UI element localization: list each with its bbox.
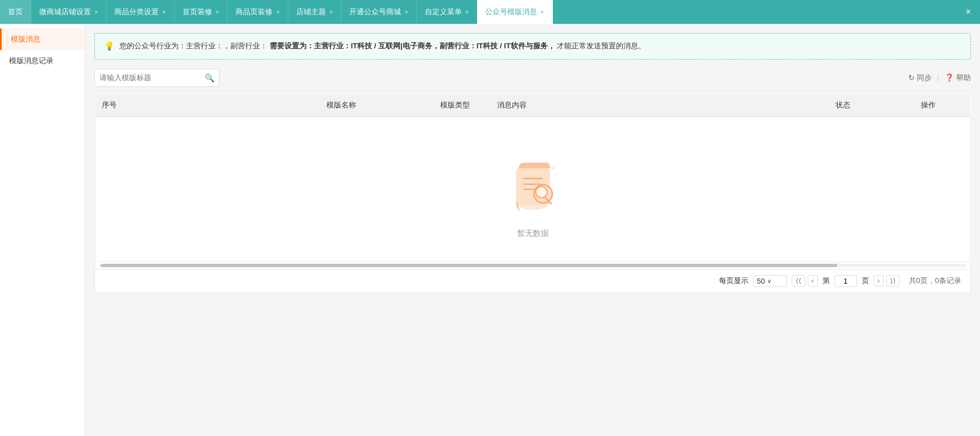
total-info: 共0页，0条记录 [909, 276, 961, 286]
page-size-select[interactable]: 50 ∨ [753, 275, 787, 287]
scroll-thumb[interactable] [101, 264, 837, 267]
search-input-wrap[interactable]: 🔍 [94, 69, 220, 87]
page-size-label: 每页显示 [719, 276, 749, 286]
close-product-decor[interactable]: × [276, 9, 279, 15]
sidebar: 模版消息 模版消息记录 [0, 24, 85, 436]
help-label: 帮助 [956, 73, 971, 83]
nav-store-theme-label: 店铺主题 [296, 7, 326, 17]
table-header: 序号 模版名称 模版类型 消息内容 状态 操作 [95, 94, 971, 116]
col-action: 操作 [914, 94, 971, 116]
toolbar-divider: | [937, 73, 939, 82]
close-category[interactable]: × [162, 9, 166, 15]
close-home-decor[interactable]: × [216, 9, 219, 15]
nav-store-settings-label: 微商城店铺设置 [39, 7, 91, 17]
sync-icon: ↻ [908, 73, 915, 82]
notice-icon: 💡 [104, 41, 115, 51]
nav-product-decor-label: 商品页装修 [235, 7, 272, 17]
page-size-value: 50 [757, 277, 765, 285]
nav-home[interactable]: 首页 [0, 0, 31, 24]
nav-store-theme[interactable]: 店铺主题 × [288, 0, 341, 24]
nav-home-label: 首页 [8, 7, 23, 17]
close-open-mall[interactable]: × [404, 9, 408, 15]
page-label-pre: 第 [822, 276, 830, 286]
empty-illustration [499, 151, 567, 219]
nav-category-label: 商品分类设置 [114, 7, 159, 17]
page-label-post: 页 [862, 276, 869, 286]
scroll-track[interactable] [100, 264, 966, 267]
svg-point-9 [547, 162, 550, 165]
close-all-button[interactable]: × [957, 7, 980, 17]
close-store-theme[interactable]: × [329, 9, 333, 15]
search-icon[interactable]: 🔍 [205, 73, 214, 82]
nav-product-decor[interactable]: 商品页装修 × [228, 0, 288, 24]
nav-template-msg[interactable]: 公众号模版消息 × [477, 0, 552, 24]
empty-svg-icon [499, 151, 567, 219]
empty-state: 暂无数据 [95, 117, 970, 262]
notice-text: 您的公众号行业为：主营行业：，副营行业： 需要设置为：主营行业：IT科技 / 互… [119, 40, 646, 52]
empty-text: 暂无数据 [517, 229, 549, 239]
svg-point-8 [555, 173, 557, 175]
close-custom-menu[interactable]: × [465, 9, 469, 15]
col-content: 消息内容 [490, 94, 829, 116]
nav-home-decor[interactable]: 首页装修 × [175, 0, 228, 24]
table-body: 暂无数据 [95, 116, 971, 262]
sync-button[interactable]: ↻ 同步 [908, 73, 932, 83]
notice-banner: 💡 您的公众号行业为：主营行业：，副营行业： 需要设置为：主营行业：IT科技 /… [94, 33, 971, 60]
nav-category-settings[interactable]: 商品分类设置 × [106, 0, 174, 24]
svg-point-5 [536, 186, 547, 198]
close-store-settings[interactable]: × [94, 9, 98, 15]
main-layout: 模版消息 模版消息记录 💡 您的公众号行业为：主营行业：，副营行业： 需要设置为… [0, 24, 980, 436]
prev-page-button[interactable]: ‹ [808, 275, 818, 286]
nav-custom-menu[interactable]: 自定义菜单 × [417, 0, 477, 24]
nav-custom-menu-label: 自定义菜单 [425, 7, 462, 17]
current-page-input[interactable] [834, 275, 857, 287]
toolbar-right: ↻ 同步 | ❓ 帮助 [908, 73, 971, 83]
horizontal-scrollbar[interactable] [94, 263, 971, 269]
nav-home-decor-label: 首页装修 [183, 7, 212, 17]
nav-store-settings[interactable]: 微商城店铺设置 × [31, 0, 106, 24]
content-area: 💡 您的公众号行业为：主营行业：，副营行业： 需要设置为：主营行业：IT科技 /… [85, 24, 980, 436]
nav-template-msg-label: 公众号模版消息 [485, 7, 537, 17]
first-page-button[interactable]: ⟨⟨ [792, 275, 805, 286]
search-bar: 🔍 ↻ 同步 | ❓ 帮助 [94, 69, 971, 87]
col-name: 模版名称 [320, 94, 433, 116]
top-navigation: 首页 微商城店铺设置 × 商品分类设置 × 首页装修 × 商品页装修 × 店铺主… [0, 0, 980, 24]
col-type: 模版类型 [433, 94, 490, 116]
sync-label: 同步 [917, 73, 932, 83]
close-template-msg[interactable]: × [540, 9, 544, 15]
notice-highlight: 需要设置为：主营行业：IT科技 / 互联网|电子商务，副营行业：IT科技 / I… [270, 41, 555, 50]
col-status: 状态 [829, 94, 914, 116]
next-page-button[interactable]: › [874, 275, 884, 286]
help-icon: ❓ [945, 73, 954, 82]
page-navigation: ⟨⟨ ‹ 第 页 › ⟩⟩ [792, 275, 900, 287]
search-input[interactable] [100, 73, 205, 82]
last-page-button[interactable]: ⟩⟩ [886, 275, 900, 286]
help-button[interactable]: ❓ 帮助 [945, 73, 971, 83]
sidebar-item-template-msg[interactable]: 模版消息 [0, 28, 85, 50]
col-seq: 序号 [95, 94, 320, 116]
nav-open-mall[interactable]: 开通公众号商城 × [341, 0, 416, 24]
nav-open-mall-label: 开通公众号商城 [349, 7, 401, 17]
svg-point-7 [551, 167, 555, 170]
select-chevron-icon: ∨ [767, 278, 771, 284]
pagination: 每页显示 50 ∨ ⟨⟨ ‹ 第 页 › ⟩⟩ 共0页，0条记录 [94, 269, 971, 293]
data-table: 序号 模版名称 模版类型 消息内容 状态 操作 [94, 94, 971, 263]
sidebar-item-template-record[interactable]: 模版消息记录 [0, 50, 85, 72]
